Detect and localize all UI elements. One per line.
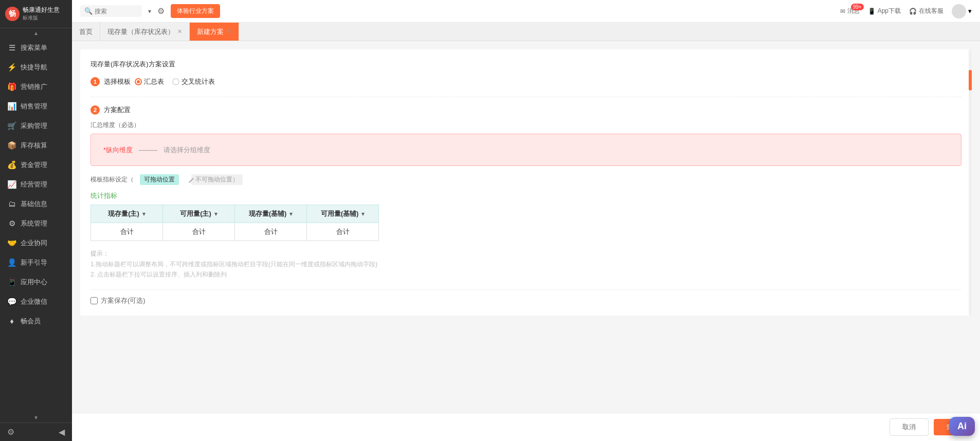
app-label: App下载 [878,7,901,15]
drag-badge: 可拖动位置 [140,174,179,185]
topbar-message[interactable]: ✉ 消息 99+ [840,7,860,15]
col-4-label: 可用量(基辅) [321,209,359,218]
sidebar-item-wechat[interactable]: 💬 企业微信 [0,292,72,311]
sidebar-item-marketing[interactable]: 🎁 营销推广 [0,77,72,97]
sidebar-item-label: 畅会员 [21,317,41,326]
sidebar-item-inventory[interactable]: 📦 库存核算 [0,136,72,155]
template-radio-group: 汇总表 交叉统计表 [135,77,215,86]
section1-header: 1 选择模板 汇总表 交叉统计表 [90,77,961,86]
app-icon-topbar: 📱 [868,8,876,15]
save-checkbox[interactable] [90,297,98,304]
sidebar-item-operations[interactable]: 📈 经营管理 [0,175,72,194]
radio-label-summary: 汇总表 [144,77,164,86]
template-row: 模板指标设定（ 可拖动位置 不可拖动位置） [90,174,961,185]
col-header-1: 现存量(主) ▾ [91,205,163,223]
col-3-dropdown[interactable]: ▾ [289,211,293,217]
newuser-icon: 👤 [7,258,16,267]
topbar-search-box[interactable]: 🔍 [80,5,142,17]
dim-label: 汇总维度（必选） [90,121,961,130]
quicknav-icon: ⚡ [7,63,16,72]
app-name: 畅康通好生意 [23,6,60,14]
sidebar-item-search[interactable]: ☰ 搜索菜单 [0,38,72,58]
topbar-dropdown-icon[interactable]: ▾ [148,8,151,15]
settings-bottom-icon[interactable]: ⚙ [7,427,14,437]
topbar-settings-icon[interactable]: ⚙ [157,6,165,16]
sidebar-item-newuser[interactable]: 👤 新手引导 [0,253,72,272]
tab-new-scheme[interactable]: 新建方案 ✕ [190,23,239,41]
col-4-value: 合计 [307,223,379,241]
ai-fab-button[interactable]: Ai [949,417,975,436]
sidebar-item-label: 销售管理 [21,102,47,111]
topbar-online-service[interactable]: 🎧 在线客服 [909,7,943,15]
tab-close-inventory[interactable]: ✕ [177,28,182,35]
col-2-dropdown[interactable]: ▾ [214,211,217,217]
wechat-icon: 💬 [7,297,16,306]
col-header-3: 现存量(基辅) ▾ [235,205,307,223]
operations-icon: 📈 [7,180,16,189]
sidebar: 畅 畅康通好生意 标准版 ▲ ☰ 搜索菜单 ⚡ 快捷导航 🎁 营销推广 📊 销售… [0,0,72,441]
search-icon: 🔍 [84,7,93,15]
chevron-down-icon: ▾ [968,7,972,15]
sidebar-scroll-down[interactable]: ▼ [0,413,72,422]
cancel-button[interactable]: 取消 [890,418,929,436]
message-icon: ✉ [840,8,845,15]
app-icon: 畅 [5,7,20,21]
tab-inventory[interactable]: 现存量（库存状况表） ✕ [100,23,190,41]
radio-summary-table[interactable]: 汇总表 [135,77,164,86]
sidebar-item-purchase[interactable]: 🛒 采购管理 [0,116,72,136]
sidebar-logo: 畅 畅康通好生意 标准版 [0,0,72,28]
tips-item-2: 2. 点击标题栏下拉可以设置排序、插入列和删除列 [90,270,961,279]
tips-title: 提示： [90,249,961,258]
save-label: 方案保存(可选) [101,296,146,305]
col-1-value: 合计 [91,223,163,241]
col-1-dropdown[interactable]: ▾ [142,211,146,217]
search-input[interactable] [95,8,136,15]
col-2-value: 合计 [163,223,235,241]
marketing-icon: 🎁 [7,82,16,91]
topbar-right: ✉ 消息 99+ 📱 App下载 🎧 在线客服 ▾ [840,4,972,19]
tab-close-new[interactable]: ✕ [227,28,231,35]
sidebar-item-enterprise[interactable]: 🤝 企业协同 [0,233,72,253]
tab-bar: 首页 现存量（库存状况表） ✕ 新建方案 ✕ [72,23,980,41]
sidebar-item-quicknav[interactable]: ⚡ 快捷导航 [0,58,72,77]
stats-table-header-row: 现存量(主) ▾ 可用量(主) ▾ [91,205,379,223]
sidebar-item-member[interactable]: ♦ 畅会员 [0,311,72,331]
col-header-4: 可用量(基辅) ▾ [307,205,379,223]
col-4-dropdown[interactable]: ▾ [361,211,365,217]
sidebar-item-system[interactable]: ⚙ 系统管理 [0,214,72,233]
tab-home[interactable]: 首页 [72,23,100,41]
sidebar-item-finance[interactable]: 💰 资金管理 [0,155,72,175]
template-indicator-label: 模板指标设定（ [90,175,134,184]
topbar-user[interactable]: ▾ [952,4,972,19]
tab-label: 新建方案 [197,27,224,36]
message-badge: 99+ [851,4,864,10]
user-avatar [952,4,966,19]
sidebar-nav: ☰ 搜索菜单 ⚡ 快捷导航 🎁 营销推广 📊 销售管理 🛒 采购管理 📦 库存核… [0,38,72,413]
panel-scrollbar[interactable] [969,49,972,316]
content-area: 现存量(库存状况表)方案设置 1 选择模板 汇总表 交叉统计表 [72,41,980,413]
appcenter-icon: 📱 [7,278,16,287]
enterprise-icon: 🤝 [7,238,16,248]
trial-button[interactable]: 体验行业方案 [171,4,220,18]
sidebar-item-basics[interactable]: 🗂 基础信息 [0,194,72,214]
tab-label: 现存量（库存状况表） [107,27,174,36]
sidebar-item-label: 应用中心 [21,278,47,287]
collapse-icon[interactable]: ◀ [59,427,65,437]
panel-scrollbar-thumb [969,70,972,90]
col-3-value: 合计 [235,223,307,241]
col-header-2: 可用量(主) ▾ [163,205,235,223]
system-icon: ⚙ [7,219,16,228]
sidebar-item-label: 营销推广 [21,82,47,91]
sidebar-item-label: 企业协同 [21,238,47,248]
finance-icon: 💰 [7,160,16,170]
panel-title: 现存量(库存状况表)方案设置 [90,60,961,69]
sidebar-item-label: 基础信息 [21,199,47,209]
col-1-label: 现存量(主) [108,209,139,218]
sidebar-item-sales[interactable]: 📊 销售管理 [0,97,72,116]
inventory-icon: 📦 [7,141,16,150]
sidebar-scroll-up[interactable]: ▲ [0,28,72,38]
radio-cross-table[interactable]: 交叉统计表 [172,77,215,86]
topbar-app-download[interactable]: 📱 App下载 [868,7,901,15]
radio-label-cross: 交叉统计表 [182,77,215,86]
sidebar-item-appcenter[interactable]: 📱 应用中心 [0,272,72,292]
